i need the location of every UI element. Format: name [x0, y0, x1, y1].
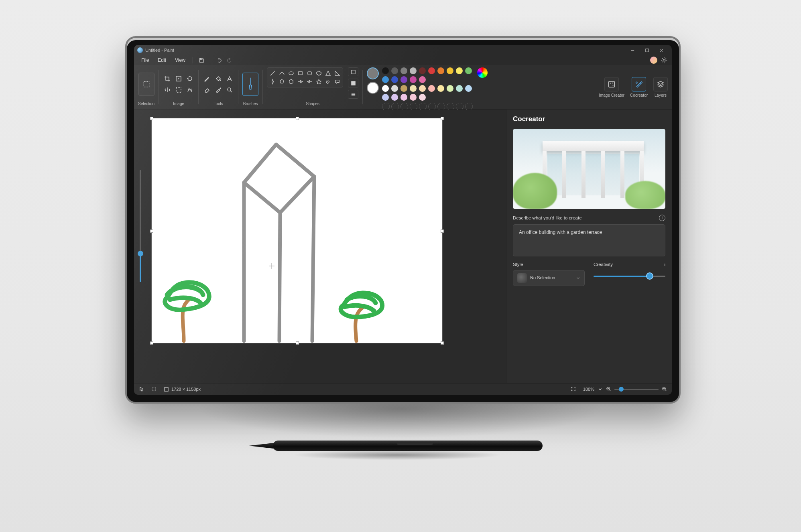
layers-label: Layers: [655, 93, 667, 97]
menu-view[interactable]: View: [172, 57, 189, 64]
chevron-down-icon: [576, 276, 580, 281]
fit-screen-icon[interactable]: [571, 386, 576, 392]
prompt-label: Describe what you'd like to create: [513, 215, 582, 220]
remove-bg-icon[interactable]: [174, 85, 183, 94]
info-icon[interactable]: i: [659, 215, 665, 221]
color-swatch[interactable]: [437, 85, 444, 92]
chevron-down-icon[interactable]: [598, 386, 603, 392]
picker-icon[interactable]: [214, 85, 223, 94]
shape-weight-icon[interactable]: [348, 90, 358, 99]
layers-button[interactable]: Layers: [653, 67, 668, 107]
color-swatch[interactable]: [382, 76, 389, 83]
group-selection: Selection: [138, 67, 155, 107]
prompt-input[interactable]: An office building with a garden terrace: [513, 224, 665, 256]
color-swatch[interactable]: [391, 85, 398, 92]
color-2[interactable]: [367, 82, 379, 94]
color-swatch[interactable]: [400, 94, 407, 101]
color-swatch[interactable]: [456, 85, 463, 92]
user-avatar[interactable]: [650, 57, 657, 64]
color-swatch[interactable]: [465, 85, 472, 92]
ribbon-toolbar: Selection Image: [134, 65, 672, 110]
color-swatch[interactable]: [419, 67, 426, 74]
brush-picker[interactable]: [242, 73, 258, 96]
image-creator-button[interactable]: Image Creator: [599, 67, 624, 107]
cocreator-label: Cocreator: [630, 93, 648, 97]
zoom-slider[interactable]: [614, 389, 659, 390]
group-brushes: Brushes: [242, 67, 258, 107]
palette-row-1: [382, 67, 472, 83]
style-dropdown[interactable]: No Selection: [513, 270, 585, 286]
svg-point-11: [289, 72, 293, 75]
drawing-canvas[interactable]: [152, 118, 442, 343]
color-swatch[interactable]: [382, 94, 389, 101]
group-image: Image: [163, 67, 194, 107]
brush-size-slider[interactable]: [140, 170, 141, 282]
color-swatch[interactable]: [465, 67, 472, 74]
title-bar: Untitled - Paint: [134, 45, 672, 55]
svg-rect-4: [200, 59, 202, 60]
shapes-gallery[interactable]: [267, 67, 343, 87]
group-colors: Colors: [367, 67, 488, 107]
group-label-brushes: Brushes: [243, 102, 258, 107]
text-icon[interactable]: [225, 74, 234, 83]
style-value: No Selection: [530, 275, 555, 280]
cocreator-preview[interactable]: [513, 129, 665, 209]
svg-rect-12: [299, 72, 302, 75]
zoom-in-icon[interactable]: [662, 386, 667, 392]
color-swatch[interactable]: [400, 76, 407, 83]
eraser-icon[interactable]: [203, 85, 211, 94]
redo-icon[interactable]: [226, 56, 234, 65]
color-swatch[interactable]: [456, 67, 463, 74]
color-swatch[interactable]: [410, 85, 417, 92]
color-swatch[interactable]: [447, 67, 453, 74]
color-swatch[interactable]: [437, 67, 444, 74]
menu-bar: File Edit View: [134, 55, 672, 65]
generative-erase-icon[interactable]: [185, 85, 194, 94]
color-swatch[interactable]: [447, 85, 453, 92]
select-tool[interactable]: [138, 73, 155, 96]
menu-edit[interactable]: Edit: [155, 57, 169, 64]
rotate-icon[interactable]: [185, 74, 194, 83]
color-1[interactable]: [367, 67, 379, 79]
pencil-icon[interactable]: [203, 74, 211, 83]
flip-icon[interactable]: [163, 85, 172, 94]
undo-icon[interactable]: [214, 56, 223, 65]
creativity-slider[interactable]: [594, 270, 665, 282]
color-swatch[interactable]: [410, 67, 417, 74]
zoom-out-icon[interactable]: [606, 386, 611, 392]
save-icon[interactable]: [197, 56, 206, 65]
resize-icon[interactable]: [174, 74, 183, 83]
edit-colors-icon[interactable]: [477, 67, 488, 78]
color-swatch[interactable]: [400, 67, 407, 74]
color-swatch[interactable]: [391, 67, 398, 74]
color-swatch[interactable]: [391, 76, 398, 83]
color-swatch[interactable]: [410, 94, 417, 101]
shape-fill-icon[interactable]: [348, 79, 358, 87]
shape-outline-icon[interactable]: [348, 67, 358, 76]
svg-rect-1: [645, 49, 648, 51]
color-swatch[interactable]: [382, 67, 389, 74]
maximize-button[interactable]: [640, 45, 654, 55]
color-swatch[interactable]: [419, 94, 426, 101]
crop-icon[interactable]: [163, 74, 172, 83]
color-swatch[interactable]: [419, 85, 426, 92]
fill-icon[interactable]: [214, 74, 223, 83]
color-swatch[interactable]: [419, 76, 426, 83]
color-swatch[interactable]: [410, 76, 417, 83]
color-swatch[interactable]: [400, 85, 407, 92]
close-button[interactable]: [654, 45, 669, 55]
group-shapes: Shapes: [267, 67, 358, 107]
settings-icon[interactable]: [661, 57, 668, 64]
color-swatch[interactable]: [382, 85, 389, 92]
magnifier-icon[interactable]: [225, 85, 234, 94]
color-swatch[interactable]: [428, 85, 435, 92]
color-swatch[interactable]: [428, 67, 435, 74]
cocreator-panel: Cocreator Describe what you'd like to cr…: [506, 110, 672, 383]
info-icon[interactable]: i: [664, 262, 665, 267]
selection-size-icon: [151, 386, 157, 392]
cocreator-button[interactable]: Cocreator: [630, 67, 648, 107]
minimize-button[interactable]: [625, 45, 640, 55]
color-swatch[interactable]: [391, 94, 398, 101]
menu-file[interactable]: File: [138, 57, 152, 64]
scene: Untitled - Paint File Edit View: [0, 0, 801, 532]
